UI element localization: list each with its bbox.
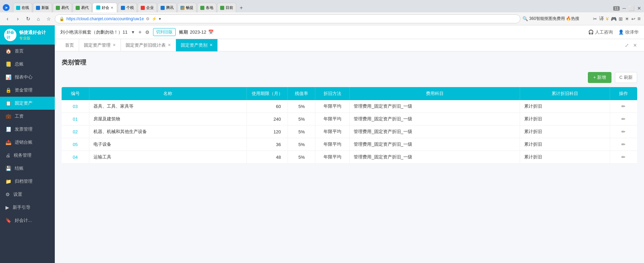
tab-homepage[interactable]: 首页	[60, 39, 79, 51]
tab-category-close[interactable]: ✕	[210, 43, 213, 47]
tab-tengxun[interactable]: 腾讯	[157, 3, 177, 12]
service-btn[interactable]: 🎧 人工咨询	[588, 29, 613, 35]
tab-depreciation-stat-close[interactable]: ✕	[168, 43, 171, 47]
tab-depreciation-stat[interactable]: 固定资产折旧统计表 ✕	[121, 39, 176, 51]
row2-edit-btn[interactable]: ✏	[621, 116, 626, 122]
tab-category-label: 固定资产类别	[181, 42, 207, 48]
tab-fixed-manage[interactable]: 固定资产管理 ✕	[79, 39, 121, 51]
row5-action: ✏	[610, 151, 637, 164]
user-avatar[interactable]: 👤 徐泽华	[618, 29, 639, 35]
sidebar-item-settings[interactable]: ⚙ 设置	[0, 188, 55, 201]
sidebar-item-fund[interactable]: 🔒 资金管理	[0, 84, 55, 97]
sidebar-item-fixed[interactable]: 📋 固定资产	[0, 97, 55, 110]
address-bar[interactable]: 🔒 https://cloud.chanjet.com/accounting/u…	[55, 14, 520, 23]
calendar-icon[interactable]: 📅	[208, 29, 214, 35]
sidebar-label-invoice: 发票管理	[15, 126, 33, 132]
sidebar-item-invoice[interactable]: 🧾 发票管理	[0, 123, 55, 136]
reload-btn[interactable]: ↻	[24, 15, 32, 23]
search-icon: 🔍	[522, 16, 528, 21]
close-window-btn[interactable]: ✕	[637, 5, 641, 11]
back-btn[interactable]: ‹	[3, 15, 12, 23]
sidebar-item-guide[interactable]: ▶ 新手引导	[0, 201, 55, 214]
logo-icon: 好会计	[4, 29, 16, 41]
tab-gedi[interactable]: 各地	[197, 3, 216, 12]
row1-edit-btn[interactable]: ✏	[621, 104, 626, 109]
switch-version-btn[interactable]: 切到旧版	[153, 28, 176, 36]
sidebar-label-checkout: 结账	[15, 165, 24, 171]
tab-muqian[interactable]: 目前	[217, 3, 236, 12]
tab-yidai1[interactable]: 易代	[53, 3, 72, 12]
settings-gear-btn[interactable]: ⚙	[145, 29, 150, 35]
main-content: 刘小艳演示账套（勿删勿动！）11 ▼ + ⚙ 切到旧版 账期 2023-12 📅…	[55, 25, 644, 263]
add-category-btn[interactable]: + 新增	[588, 72, 611, 83]
invoice-icon: 🧾	[5, 127, 11, 132]
sidebar-label-more: 好会计...	[15, 217, 32, 224]
more-icon: 🔖	[5, 218, 11, 223]
dropdown-btn[interactable]: ▼	[131, 30, 135, 35]
sidebar-item-report[interactable]: 📊 报表中心	[0, 71, 55, 84]
tab-gedi-label: 各地	[206, 5, 213, 10]
wallet-btn[interactable]: ¥	[606, 16, 609, 22]
address-dropdown[interactable]: ▾	[159, 16, 161, 21]
undo-btn[interactable]: ↩	[631, 16, 635, 22]
forward-btn[interactable]: ›	[14, 15, 22, 23]
category-table: 编号 名称 使用期限（月） 残值率 折旧方法 费用科目 累计折旧科目 操作 03…	[62, 87, 637, 164]
sidebar-item-salary[interactable]: 💼 工资	[0, 110, 55, 123]
ledger-icon: 📒	[5, 61, 11, 67]
tab-gesui[interactable]: 个税	[118, 3, 137, 12]
period-value: 2023-12	[190, 29, 206, 35]
col-header-period: 使用期限（月）	[247, 87, 288, 100]
tab-qiye[interactable]: 企业	[138, 3, 157, 12]
tab-haohui-close[interactable]: ✕	[111, 6, 113, 10]
refresh-btn[interactable]: C 刷新	[615, 72, 637, 83]
home-btn[interactable]: ⌂	[34, 15, 42, 23]
star-btn[interactable]: ☆	[45, 15, 53, 23]
site-info-icon: ⚙	[146, 16, 150, 21]
scissors-btn[interactable]: ✂	[593, 16, 597, 22]
sidebar-item-tax[interactable]: 🖨 税务管理	[0, 149, 55, 162]
row1-action: ✏	[610, 100, 637, 113]
col-header-rate: 残值率	[288, 87, 315, 100]
minimize-btn[interactable]: ─	[622, 5, 626, 11]
brightness-btn[interactable]: ☀	[625, 16, 629, 22]
game-btn[interactable]: 🎮	[611, 16, 617, 22]
menu-btn[interactable]: ≡	[637, 16, 641, 22]
add-account-btn[interactable]: +	[138, 29, 141, 35]
col-header-accum: 累计折旧科目	[520, 87, 610, 100]
sidebar-item-checkout[interactable]: 💾 结账	[0, 162, 55, 175]
row3-cost: 管理费用_固定资产折旧_一级	[350, 125, 520, 138]
archive-icon: 📁	[5, 179, 11, 184]
tab-xinban[interactable]: 新版	[33, 3, 52, 12]
tab-fixed-manage-close[interactable]: ✕	[113, 43, 116, 47]
user-name: 徐泽华	[625, 29, 639, 35]
sidebar-item-home[interactable]: 🏠 首页	[0, 45, 55, 58]
sidebar-item-inout[interactable]: 📤 进销台账	[0, 136, 55, 149]
page-tab-close-btn[interactable]: ✕	[632, 43, 639, 48]
row4-edit-btn[interactable]: ✏	[621, 142, 626, 147]
user-info: 刘小艳演示账套（勿删勿动！）11	[60, 29, 127, 35]
row1-rate: 5%	[288, 100, 315, 113]
row5-accum: 累计折旧	[520, 151, 610, 164]
sidebar-label-tax: 税务管理	[14, 152, 31, 158]
page-tab-expand-btn[interactable]: ⤢	[622, 43, 632, 48]
tab-category[interactable]: 固定资产类别 ✕	[176, 39, 218, 51]
col-header-id: 编号	[62, 87, 89, 100]
sidebar-label-inout: 进销台账	[15, 139, 33, 145]
tab-changtui[interactable]: 畅提	[177, 3, 197, 12]
tab-zaixian[interactable]: 在线	[13, 3, 32, 12]
sidebar-item-more[interactable]: 🔖 好会计...	[0, 214, 55, 227]
sidebar-logo: 好会计 畅捷通好会计 专业版	[0, 25, 55, 45]
row5-edit-btn[interactable]: ✏	[621, 154, 626, 160]
new-tab-btn[interactable]: +	[237, 5, 245, 12]
sidebar-item-archive[interactable]: 📁 归档管理	[0, 175, 55, 188]
maximize-btn[interactable]: ⬜	[629, 5, 634, 11]
tab-yidai2[interactable]: 易代	[73, 3, 92, 12]
translate-btn[interactable]: 译	[599, 16, 604, 22]
grid-btn[interactable]: ⊞	[619, 16, 623, 22]
row3-edit-btn[interactable]: ✏	[621, 129, 626, 134]
row3-method: 年限平均	[315, 125, 350, 138]
tab-haohui[interactable]: 好会 ✕	[92, 3, 117, 12]
col-header-name: 名称	[89, 87, 247, 100]
row1-method: 年限平均	[315, 100, 350, 113]
sidebar-item-ledger[interactable]: 📒 总账	[0, 58, 55, 71]
